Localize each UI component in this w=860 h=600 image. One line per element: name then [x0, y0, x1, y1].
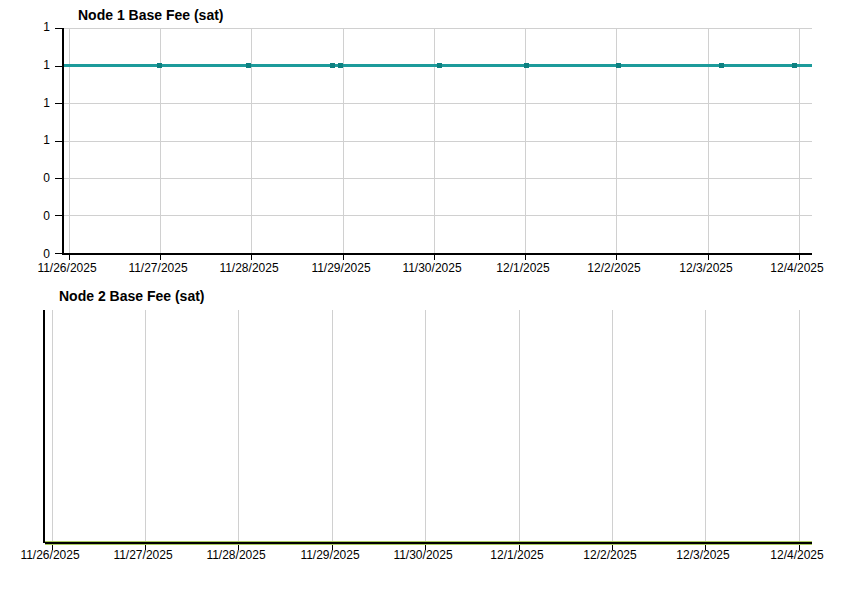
- x-tick-mark: [343, 255, 344, 260]
- x-tick-label: 11/30/2025: [390, 261, 474, 275]
- gridline-vertical: [525, 28, 526, 253]
- y-tick-label: 1: [26, 20, 50, 35]
- data-point-marker: [338, 63, 343, 68]
- y-tick-mark: [55, 28, 62, 29]
- y-tick-mark: [55, 178, 62, 179]
- x-tick-label: 11/29/2025: [288, 548, 372, 562]
- gridline-vertical: [705, 310, 706, 543]
- y-tick-label: 1: [26, 133, 50, 148]
- x-tick-label: 11/29/2025: [299, 261, 383, 275]
- x-tick-label: 11/27/2025: [101, 548, 185, 562]
- y-tick-label: 0: [26, 247, 50, 262]
- x-tick-label: 11/27/2025: [116, 261, 200, 275]
- node1-base-fee-chart: Node 1 Base Fee (sat) 1 1 1 1 0 0 0: [0, 0, 860, 283]
- gridline-horizontal: [64, 215, 812, 216]
- y-tick-label: 0: [26, 171, 50, 186]
- x-tick-mark: [238, 545, 239, 550]
- x-tick-mark: [799, 255, 800, 260]
- x-tick-label: 12/2/2025: [568, 548, 652, 562]
- x-tick-mark: [799, 545, 800, 550]
- x-tick-label: 12/2/2025: [572, 261, 656, 275]
- x-tick-label: 11/30/2025: [381, 548, 465, 562]
- x-tick-mark: [616, 255, 617, 260]
- gridline-vertical: [160, 28, 161, 253]
- gridline-vertical: [799, 310, 800, 543]
- x-tick-mark: [251, 255, 252, 260]
- gridline-vertical: [343, 28, 344, 253]
- y-tick-label: 1: [26, 96, 50, 111]
- x-tick-mark: [332, 545, 333, 550]
- x-tick-label: 11/28/2025: [207, 261, 291, 275]
- gridline-vertical: [425, 310, 426, 543]
- x-tick-label: 12/1/2025: [475, 548, 559, 562]
- x-tick-mark: [52, 545, 53, 550]
- x-tick-label: 11/26/2025: [25, 261, 109, 275]
- gridline-vertical: [52, 310, 53, 543]
- x-tick-label: 12/1/2025: [481, 261, 565, 275]
- data-point-marker: [437, 63, 442, 68]
- data-point-marker: [157, 63, 162, 68]
- x-tick-mark: [612, 545, 613, 550]
- y-tick-mark: [55, 215, 62, 216]
- gridline-horizontal: [64, 28, 812, 29]
- x-tick-label: 11/26/2025: [8, 548, 92, 562]
- data-point-marker: [246, 63, 251, 68]
- gridline-vertical: [519, 310, 520, 543]
- y-tick-mark: [55, 103, 62, 104]
- x-tick-mark: [708, 255, 709, 260]
- gridline-vertical: [616, 28, 617, 253]
- gridline-horizontal: [64, 103, 812, 104]
- node1-chart-title: Node 1 Base Fee (sat): [78, 7, 224, 23]
- x-tick-mark: [519, 545, 520, 550]
- data-point-marker: [524, 63, 529, 68]
- gridline-vertical: [145, 310, 146, 543]
- x-tick-mark: [160, 255, 161, 260]
- data-point-marker: [330, 63, 335, 68]
- gridline-vertical: [708, 28, 709, 253]
- gridline-horizontal: [64, 141, 812, 142]
- x-tick-mark: [69, 255, 70, 260]
- gridline-vertical: [612, 310, 613, 543]
- y-tick-mark: [55, 66, 62, 67]
- node1-plot-area: [62, 28, 812, 255]
- x-tick-mark: [145, 545, 146, 550]
- gridline-horizontal: [64, 178, 812, 179]
- x-tick-label: 12/4/2025: [755, 261, 839, 275]
- gridline-vertical: [69, 28, 70, 253]
- x-tick-label: 12/3/2025: [661, 548, 745, 562]
- y-tick-label: 0: [26, 209, 50, 224]
- y-tick-mark: [55, 253, 62, 254]
- x-tick-label: 12/3/2025: [664, 261, 748, 275]
- gridline-vertical: [251, 28, 252, 253]
- x-tick-label: 11/28/2025: [194, 548, 278, 562]
- x-tick-label: 12/4/2025: [755, 548, 839, 562]
- x-tick-mark: [434, 255, 435, 260]
- x-tick-mark: [425, 545, 426, 550]
- x-axis-line: [45, 542, 812, 544]
- gridline-vertical: [799, 28, 800, 253]
- data-point-marker: [792, 63, 797, 68]
- y-tick-label: 1: [26, 58, 50, 73]
- node2-base-fee-chart: Node 2 Base Fee (sat) 11/26/2025 11/27/2…: [0, 283, 860, 600]
- x-tick-mark: [525, 255, 526, 260]
- y-tick-mark: [55, 141, 62, 142]
- node2-plot-area: [43, 310, 812, 543]
- data-point-marker: [719, 63, 724, 68]
- gridline-vertical: [238, 310, 239, 543]
- gridline-vertical: [434, 28, 435, 253]
- data-point-marker: [616, 63, 621, 68]
- node2-chart-title: Node 2 Base Fee (sat): [59, 288, 205, 304]
- gridline-vertical: [332, 310, 333, 543]
- x-tick-mark: [705, 545, 706, 550]
